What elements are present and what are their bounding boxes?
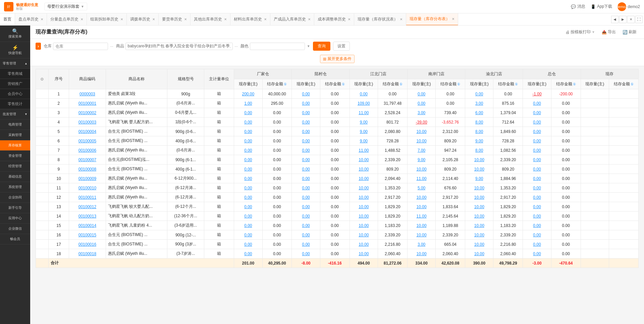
col-factory-header: 厂家仓 bbox=[234, 69, 292, 79]
sidebar-item-wholesale[interactable]: 批发管理 ▼ bbox=[0, 109, 30, 120]
col-mocun-qty: 现存量(主) bbox=[292, 79, 320, 89]
col-jiangbei-header: 江北门店 bbox=[350, 69, 407, 79]
tab-outbound-history[interactable]: 其他出库单历史 ✕ bbox=[191, 13, 230, 26]
sidebar-item-member2[interactable]: 畅会员 bbox=[0, 234, 30, 244]
table-row: 13 00100012 飞鹤星飞帆 较大婴儿配... (6-12个月... 箱 … bbox=[36, 202, 639, 212]
product-dots[interactable]: ··· bbox=[235, 44, 238, 48]
table-row: 1 0000003 爱他美 卤莱3段 900g 箱 200.00 40,000.… bbox=[36, 89, 639, 99]
sidebar-item-operation[interactable]: 经营管理 bbox=[0, 161, 30, 172]
sidebar-item-marketing[interactable]: 营销推广 bbox=[0, 79, 30, 89]
col-factory-amt: 结存金额① bbox=[262, 79, 292, 89]
expand-conditions-btn[interactable]: ⊞ 展开更多条件 bbox=[320, 55, 355, 63]
col-nanan-header: 南岸门店 bbox=[407, 69, 465, 79]
col-total-amt: 结存金额① bbox=[551, 79, 581, 89]
tab-stock-distribution[interactable]: 现存量（库存分布表） ✕ bbox=[406, 13, 458, 26]
tab-home[interactable]: 首页 bbox=[0, 13, 15, 26]
col-name-header: 商品名称 bbox=[106, 69, 167, 89]
tab-list: 首页 盘点单历史 ✕ 分量盘点单历史 ✕ 组装拆卸单历史 ✕ 调拨单历史 ✕ 要… bbox=[0, 13, 610, 26]
sidebar-item-quick[interactable]: ⚡ 快捷导航 bbox=[0, 42, 30, 58]
tab-prev-btn[interactable]: ◀ bbox=[611, 16, 619, 23]
page-title: 现存量查询(库存分布) bbox=[36, 29, 88, 36]
sidebar-item-member[interactable]: 会员中心 bbox=[0, 89, 30, 99]
sidebar-item-basic[interactable]: 基础信息 bbox=[0, 172, 30, 182]
page-actions: 🖨 按模板打印 ▼ 📤 导出 🔄 刷新 bbox=[564, 28, 639, 36]
top-bar-right: 💬 消息 📱 App下载 demo2 demo2 bbox=[571, 2, 640, 11]
app-download-btn[interactable]: 📱 App下载 bbox=[591, 4, 612, 9]
sidebar-item-ecom[interactable]: 电商管理 bbox=[0, 120, 30, 130]
refresh-btn[interactable]: 🔄 刷新 bbox=[621, 28, 639, 36]
color-input[interactable] bbox=[250, 43, 305, 50]
table-row: 7 00100006 惠氏启赋 (Wyeth illu... (0-6月涛...… bbox=[36, 146, 639, 155]
sidebar-item-finance[interactable]: 资金管理 bbox=[0, 151, 30, 161]
avatar: demo2 bbox=[618, 2, 626, 11]
table-row: 4 00100003 飞鹤星飞帆 婴儿配方奶... 1段(0-6个... 箱 0… bbox=[36, 118, 639, 127]
settings-button[interactable]: 设置 bbox=[333, 42, 350, 51]
product-input[interactable] bbox=[125, 43, 233, 50]
table-row: 2 00100001 惠氏启赋 (Wyeth illu... (0-6月涛...… bbox=[36, 99, 639, 108]
sidebar-item-wechat[interactable]: 企业微信 bbox=[0, 224, 30, 234]
user-info[interactable]: demo2 demo2 bbox=[618, 2, 640, 11]
col-total-header: 总仓 bbox=[523, 69, 581, 79]
sidebar-submenu-retail: 零售商城 营销推广 会员中心 零售统计 bbox=[0, 69, 30, 109]
tab-stock-status[interactable]: 现存量（库存状况表） ✕ bbox=[354, 13, 406, 26]
query-button[interactable]: 查询 bbox=[313, 42, 330, 51]
color-dropdown[interactable]: ▼ bbox=[307, 44, 310, 48]
sidebar: 🔍 搜索英单 ⚡ 快捷导航 零售管理 ▲ 零售商城 营销推广 会员中心 零售统计… bbox=[0, 26, 30, 324]
tab-material-outbound[interactable]: 材料出库单历史 ✕ bbox=[230, 13, 270, 26]
table-row: 8 00100007 合生元(BIOSTIME)泓... 900g (6-1..… bbox=[36, 155, 639, 165]
sidebar-item-purchase[interactable]: 采购管理 bbox=[0, 130, 30, 140]
print-btn[interactable]: 🖨 按模板打印 ▼ bbox=[564, 28, 597, 36]
message-btn[interactable]: 💬 消息 bbox=[571, 4, 585, 9]
tab-request-history[interactable]: 要货单历史 ✕ bbox=[159, 13, 191, 26]
tab-partial-history[interactable]: 分量盘点单历史 ✕ bbox=[47, 13, 87, 26]
col-spec-header: 规格型号 bbox=[167, 69, 204, 89]
logo-icon: 好 bbox=[4, 2, 13, 11]
tab-assembly-history[interactable]: 组装拆卸单历史 ✕ bbox=[87, 13, 127, 26]
sidebar-item-retail-shop[interactable]: 零售商城 bbox=[0, 69, 30, 79]
col-nanan-qty: 现存量(主) bbox=[407, 79, 435, 89]
col-jiangbei-qty: 现存量(主) bbox=[350, 79, 378, 89]
sidebar-item-search[interactable]: 🔍 搜索英单 bbox=[0, 26, 30, 42]
tab-cost-adjust[interactable]: 成本调整单历史 ✕ bbox=[314, 13, 354, 26]
column-settings-icon[interactable]: ⚙ bbox=[39, 76, 45, 82]
sidebar-item-retail[interactable]: 零售管理 ▲ bbox=[0, 58, 30, 69]
top-bar-left: 好 畅捷通好生意 标版 母婴行业演示陈套 ▼ bbox=[4, 2, 87, 11]
col-yubei-amt: 结存金额① bbox=[493, 79, 523, 89]
sidebar-item-corp[interactable]: 企业协同 bbox=[0, 192, 30, 203]
sidebar-item-inventory[interactable]: 库存核算 bbox=[0, 140, 30, 151]
tab-next-btn[interactable]: ▶ bbox=[619, 16, 627, 23]
tab-bar: 首页 盘点单历史 ✕ 分量盘点单历史 ✕ 组装拆卸单历史 ✕ 调拨单历史 ✕ 要… bbox=[0, 13, 644, 26]
sidebar-item-apps[interactable]: 应用中心 bbox=[0, 213, 30, 224]
table-row: 18 00100018 惠氏启赋 (Wyeth illu... (3-7岁涛..… bbox=[36, 249, 639, 259]
warehouse-dots[interactable]: ··· bbox=[110, 44, 113, 48]
filter-warehouse: 仓库 ··· bbox=[44, 43, 113, 50]
sidebar-item-system[interactable]: 系统管理 bbox=[0, 182, 30, 192]
sidebar-item-guide[interactable]: 新手引导 bbox=[0, 203, 30, 213]
filter-bar: › 仓库 ··· 商品 ··· 颜色 ▼ 查询 设置 ⊞ bbox=[30, 39, 644, 66]
table-container: ⚙ 序号 商品编码 商品名称 规格型号 主计量单位 厂家仓 陌村仓 江北门店 南… bbox=[30, 66, 644, 324]
col-yubei-header: 渝北门店 bbox=[465, 69, 523, 79]
filter-product: 商品 ··· bbox=[116, 43, 238, 50]
tab-close-btn[interactable]: ✕ bbox=[627, 16, 635, 23]
tab-inventory-history[interactable]: 盘点单历史 ✕ bbox=[15, 13, 47, 26]
sidebar-item-retail-stats[interactable]: 零售统计 bbox=[0, 99, 30, 109]
warehouse-input[interactable] bbox=[53, 43, 108, 50]
top-bar: 好 畅捷通好生意 标版 母婴行业演示陈套 ▼ 💬 消息 📱 App下载 demo… bbox=[0, 0, 644, 13]
table-row: 3 00100002 惠氏启赋 (Wyeth illu... 0-6月婴儿...… bbox=[36, 108, 639, 118]
filter-expand-btn[interactable]: › bbox=[36, 43, 41, 50]
data-table: ⚙ 序号 商品编码 商品名称 规格型号 主计量单位 厂家仓 陌村仓 江北门店 南… bbox=[36, 69, 639, 268]
export-btn[interactable]: 📤 导出 bbox=[600, 28, 618, 36]
logo-text: 畅捷通好生意 标版 bbox=[16, 3, 38, 10]
tab-transfer-history[interactable]: 调拨单历史 ✕ bbox=[127, 13, 159, 26]
col-settings-header: ⚙ bbox=[36, 69, 49, 89]
table-row: 17 00100016 合生元 (BIOSTIME) ... 900g (3岁.… bbox=[36, 240, 639, 249]
content-area: 现存量查询(库存分布) 🖨 按模板打印 ▼ 📤 导出 🔄 刷新 › bbox=[30, 26, 644, 324]
col-nanan-amt: 结存金额① bbox=[436, 79, 465, 89]
col-unit-header: 主计量单位 bbox=[204, 69, 234, 89]
tab-finished-inbound[interactable]: 产成品入库单历史 ✕ bbox=[270, 13, 314, 26]
industry-dropdown[interactable]: 母婴行业演示陈套 ▼ bbox=[44, 3, 87, 10]
table-row: 12 00100011 惠氏启赋 (Wyeth illu... (6-12月涛.… bbox=[36, 193, 639, 202]
tab-maximize-btn[interactable]: ⛶ bbox=[635, 16, 643, 23]
table-row: 14 00100013 飞鹤星飞帆 幼儿配方奶... (12-36个月... 箱… bbox=[36, 212, 639, 221]
expand-more-bar: ⊞ 展开更多条件 bbox=[36, 55, 639, 63]
